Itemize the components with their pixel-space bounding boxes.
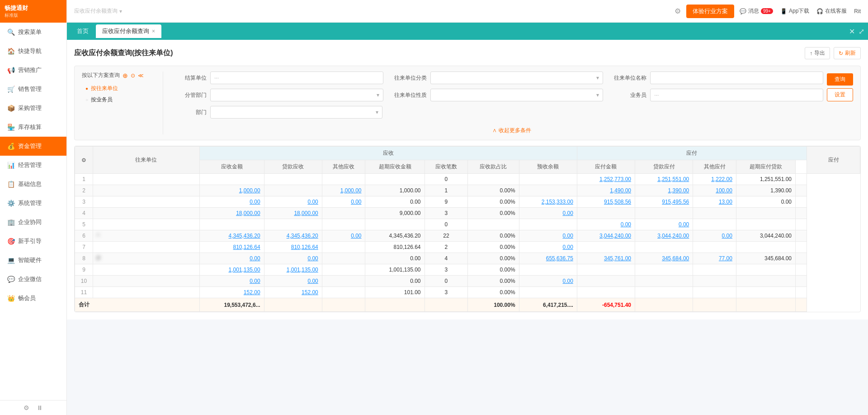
table-cell[interactable]: 18,000.00 [264,208,322,219]
table-settings-icon[interactable]: ⚙ [81,157,86,163]
table-cell[interactable]: 2,153,333.00 [519,196,577,208]
table-cell[interactable]: 4,345,436.20 [264,230,322,242]
filter-settings-icon[interactable]: ⊙ [131,72,135,79]
table-cell[interactable]: 152.00 [199,287,264,298]
table-cell[interactable]: 0.00 [199,276,264,287]
table-scroll[interactable]: ⚙ 往来单位 应收 应付 应付 应收金额 贷款应收 其他应收 [75,146,860,312]
table-cell[interactable]: 0.00 [519,230,577,242]
table-cell[interactable]: 0.00 [264,196,322,208]
sidebar-item-marketing[interactable]: 📢 营销推广 [0,61,66,80]
filter-option-by-partner[interactable]: ● 按往来单位 [82,83,157,94]
table-cell[interactable]: 0.00 [264,276,322,287]
table-cell[interactable]: 0.00 [693,230,736,242]
tab-expand-icon[interactable]: ⤢ [859,27,864,36]
sidebar-label-guide: 新手引导 [18,237,42,245]
user-info[interactable]: Rit [854,8,861,14]
sidebar-item-wechat[interactable]: 💬 企业微信 [0,270,66,289]
sidebar-collapse-icon[interactable]: ⏸ [37,404,43,411]
nature-input[interactable]: ▾ [430,89,604,101]
sidebar-item-basic-info[interactable]: 📋 基础信息 [0,175,66,194]
filter-item-nature: 往来单位性质 ▾ [391,89,604,101]
topbar-gear-icon[interactable]: ⚙ [675,7,681,15]
sidebar-item-finance[interactable]: 💰 资金管理 [0,137,66,156]
sidebar-item-operations[interactable]: 📊 经营管理 [0,156,66,175]
query-button[interactable]: 查询 [827,73,853,86]
refresh-button[interactable]: ↻ 刷新 [834,47,861,59]
notification-item[interactable]: 💬 消息 99+ [740,7,773,15]
table-cell[interactable]: 0.00 [635,219,693,230]
add-filter-icon[interactable]: ⊕ [123,72,128,79]
table-cell[interactable]: 4,345,436.20 [199,230,264,242]
app-download-item[interactable]: 📱 App下载 [780,7,809,15]
settlement-input[interactable]: ··· [210,72,383,84]
table-cell[interactable]: 1,001,135.00 [199,264,264,276]
sidebar-item-search-menu[interactable]: 🔍 搜索菜单 [0,23,66,42]
table-cell[interactable]: 345,684.00 [635,253,693,264]
export-button[interactable]: ↑ 导出 [805,47,830,59]
sidebar-item-sales[interactable]: 🛒 销售管理 [0,80,66,99]
table-cell[interactable]: 1,251,551.00 [635,174,693,185]
filter-option-by-salesperson[interactable]: ○ 按业务员 [82,94,157,105]
tab-receivable-query[interactable]: 应收应付余额查询 × [96,24,161,38]
table-cell[interactable]: 13.00 [693,196,736,208]
filter-collapse-left-icon[interactable]: ≪ [138,72,144,79]
table-cell[interactable]: 0.00 [199,196,264,208]
collapse-more-btn[interactable]: ∧ 收起更多条件 [170,127,853,134]
footer-recv-amount[interactable]: 19,553,472,6... [199,298,264,312]
dept-input[interactable]: ▾ [210,89,383,101]
table-cell: 3 [425,287,468,298]
table-cell[interactable]: 810,126.64 [264,242,322,253]
table-cell[interactable]: 0.00 [577,219,635,230]
table-cell[interactable]: 655,636.75 [519,253,577,264]
salesperson-input[interactable]: ··· [650,89,823,101]
col-settings[interactable]: ⚙ [75,147,93,174]
sidebar-item-system[interactable]: ⚙️ 系统管理 [0,194,66,213]
sidebar-item-purchase[interactable]: 📦 采购管理 [0,99,66,118]
table-cell[interactable]: 0.00 [519,208,577,219]
table-cell[interactable]: 77.00 [693,253,736,264]
table-cell[interactable]: 0.00 [264,253,322,264]
online-service-item[interactable]: 🎧 在线客服 [816,7,847,15]
subdept-input[interactable]: ▾ [210,106,382,119]
table-cell[interactable]: 1,222.00 [693,174,736,185]
table-cell: 0 [425,276,468,287]
table-cell[interactable]: 915,495.56 [635,196,693,208]
table-cell[interactable]: 1,000.00 [199,185,264,196]
table-cell [577,242,635,253]
sidebar-settings-icon[interactable]: ⚙ [24,404,29,411]
table-cell[interactable]: 1,390.00 [635,185,693,196]
table-cell[interactable]: 100.00 [693,185,736,196]
table-cell[interactable]: 0.00 [519,276,577,287]
promo-button[interactable]: 体验行业方案 [686,5,734,18]
setting-button[interactable]: 设置 [827,88,853,101]
sidebar-item-guide[interactable]: 🎯 新手引导 [0,232,66,251]
table-cell[interactable]: 345,761.00 [577,253,635,264]
category-input[interactable]: ▾ [430,72,604,84]
table-cell[interactable]: 1,490.00 [577,185,635,196]
sidebar-item-hardware[interactable]: 💻 智能硬件 [0,251,66,270]
table-cell[interactable]: 0.00 [199,253,264,264]
table-cell[interactable]: 152.00 [264,287,322,298]
partnername-input[interactable] [650,72,823,84]
sidebar-item-member[interactable]: 👑 畅会员 [0,289,66,308]
table-cell[interactable]: 1,001,135.00 [264,264,322,276]
tab-close-icon[interactable]: × [152,28,155,34]
sidebar-item-inventory[interactable]: 🏪 库存核算 [0,118,66,137]
table-cell[interactable]: 810,126.64 [199,242,264,253]
table-cell[interactable]: 3,044,240.00 [635,230,693,242]
table-row: 100.000.000.0000.00%0.00 [75,276,860,287]
sidebar-label-inventory: 库存核算 [18,123,42,131]
table-cell[interactable]: 0.00 [519,242,577,253]
tab-close-window-icon[interactable]: ✕ [849,27,855,36]
sidebar-label-enterprise: 企业协同 [18,218,42,226]
table-cell[interactable]: 1,000.00 [322,185,365,196]
table-cell[interactable]: 915,508.56 [577,196,635,208]
table-cell[interactable]: 0.00 [322,196,365,208]
table-cell[interactable]: 3,044,240.00 [577,230,635,242]
table-cell[interactable]: 18,000.00 [199,208,264,219]
tab-home[interactable]: 首页 [71,24,95,38]
table-cell[interactable]: 1,252,773.00 [577,174,635,185]
table-cell[interactable]: 0.00 [322,230,365,242]
sidebar-item-enterprise[interactable]: 🏢 企业协同 [0,213,66,232]
sidebar-item-quick-nav[interactable]: 🏠 快捷导航 [0,42,66,61]
